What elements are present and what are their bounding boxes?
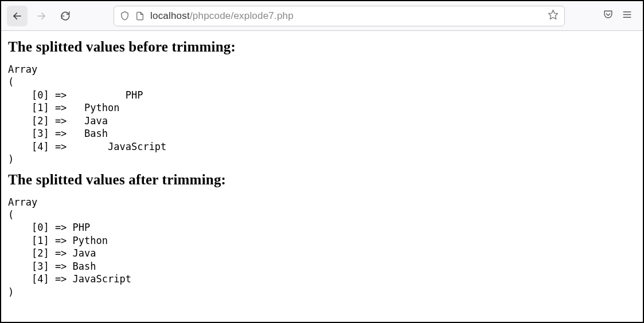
forward-button[interactable] [31,6,52,26]
toolbar-right-icons [603,9,637,22]
back-button[interactable] [7,6,28,26]
svg-marker-2 [549,10,558,19]
pocket-icon[interactable] [603,9,614,22]
page-content: The splitted values before trimming: Arr… [1,31,643,306]
page-icon [135,11,145,21]
url-text: localhost/phpcode/explode7.php [150,10,542,22]
reload-button[interactable] [55,6,76,26]
url-path: /phpcode/explode7.php [190,10,294,21]
menu-icon[interactable] [622,9,633,22]
address-bar[interactable]: localhost/phpcode/explode7.php [114,6,565,26]
heading-before-trimming: The splitted values before trimming: [8,39,636,55]
url-host: localhost [150,10,190,21]
heading-after-trimming: The splitted values after trimming: [8,172,636,188]
array-output-before: Array ( [0] => PHP [1] => Python [2] => … [8,63,636,166]
shield-icon [120,11,130,21]
browser-toolbar: localhost/phpcode/explode7.php [1,1,643,31]
bookmark-star-icon[interactable] [548,9,559,22]
array-output-after: Array ( [0] => PHP [1] => Python [2] => … [8,196,636,299]
